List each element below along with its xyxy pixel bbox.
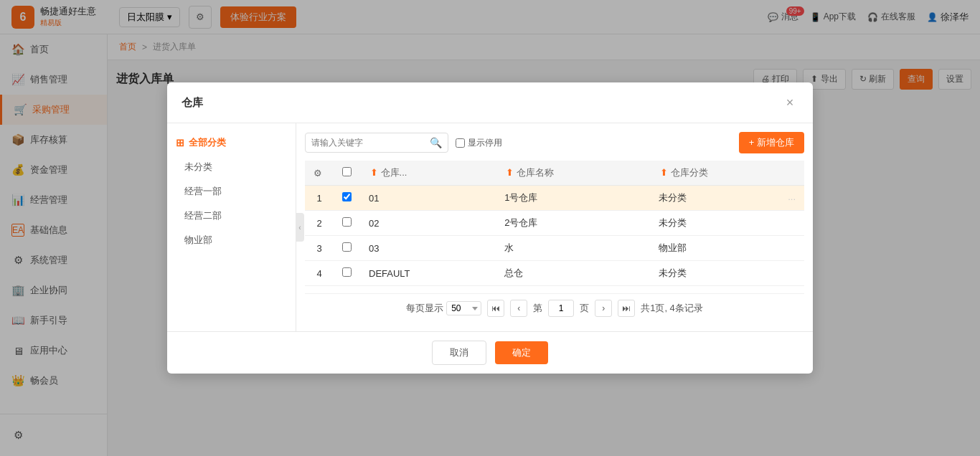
row-code: 03 [360,236,496,261]
page-unit: 页 [580,302,589,315]
row-code: 01 [360,186,496,211]
collapse-panel-button[interactable]: ‹ [296,213,304,242]
row-name: 2号仓库 [496,211,650,236]
search-input[interactable] [311,138,430,148]
page-label: 第 [533,302,542,315]
row-name: 水 [496,236,650,261]
modal-close-button[interactable]: × [781,94,798,111]
all-categories-item[interactable]: ⊞ 全部分类 [167,130,296,155]
row-category: 物业部 [650,236,804,261]
modal-header: 仓库 × [167,82,813,123]
row-checkbox[interactable] [342,217,352,227]
settings-icon: ⚙ [314,168,322,179]
per-page-dropdown[interactable]: 50 100 200 [446,301,481,315]
row-category: 未分类 [650,211,804,236]
select-all-checkbox[interactable] [342,167,352,176]
th-code: ⬆ 仓库... [360,161,496,186]
search-box: 🔍 [305,133,448,153]
table-panel: 🔍 显示停用 + 新增仓库 ⚙ [296,123,813,331]
warehouse-modal: 仓库 × ⊞ 全部分类 未分类 经营一部 经营二部 物业部 ‹ [167,82,813,374]
sort-icon-code: ⬆ [370,167,378,178]
th-name: ⬆ 仓库名称 [496,161,650,186]
row-checkbox-cell [334,236,360,261]
prev-page-button[interactable]: ‹ [510,300,527,317]
row-category: 未分类... [650,186,804,211]
table-header-row: ⚙ ⬆ 仓库... ⬆ 仓库名称 [305,161,804,186]
all-categories-label: 全部分类 [189,136,226,149]
show-disabled-label: 显示停用 [468,137,502,149]
show-disabled-toggle[interactable]: 显示停用 [456,137,502,149]
row-checkbox[interactable] [342,267,352,277]
per-page-label: 每页显示 [406,302,443,315]
row-checkbox[interactable] [342,192,352,201]
table-row[interactable]: 3 03 水 物业部 [305,236,804,261]
category-item-ops2[interactable]: 经营二部 [167,204,296,228]
page-number-input[interactable] [548,300,574,317]
modal-title: 仓库 [182,96,203,110]
row-checkbox-cell [334,261,360,286]
confirm-button[interactable]: 确定 [495,341,548,364]
row-num: 4 [305,261,334,286]
row-checkbox-cell [334,186,360,211]
row-name: 1号仓库 [496,186,650,211]
row-checkbox[interactable] [342,242,352,252]
add-warehouse-button[interactable]: + 新增仓库 [739,132,804,153]
row-num: 1 [305,186,334,211]
table-row[interactable]: 2 02 2号仓库 未分类 [305,211,804,236]
category-item-property[interactable]: 物业部 [167,228,296,252]
row-name: 总仓 [496,261,650,286]
last-page-button[interactable]: ⏭ [618,300,635,317]
row-num: 2 [305,211,334,236]
per-page-select: 每页显示 50 100 200 [406,301,481,315]
row-code: 02 [360,211,496,236]
category-panel: ⊞ 全部分类 未分类 经营一部 经营二部 物业部 ‹ [167,123,296,331]
modal-footer: 取消 确定 [167,331,813,374]
row-num: 3 [305,236,334,261]
grid-icon: ⊞ [176,137,184,148]
cancel-button[interactable]: 取消 [432,341,486,365]
th-settings: ⚙ [305,161,334,186]
category-item-unclassified[interactable]: 未分类 [167,155,296,179]
modal-body: ⊞ 全部分类 未分类 经营一部 经营二部 物业部 ‹ 🔍 [167,123,813,331]
table-row[interactable]: 1 01 1号仓库 未分类... [305,186,804,211]
sort-icon-category: ⬆ [660,167,668,178]
th-checkbox [334,161,360,186]
show-disabled-checkbox[interactable] [456,138,465,148]
row-category: 未分类 [650,261,804,286]
row-checkbox-cell [334,211,360,236]
modal-overlay: 仓库 × ⊞ 全部分类 未分类 经营一部 经营二部 物业部 ‹ [0,0,980,456]
next-page-button[interactable]: › [595,300,612,317]
th-category: ⬆ 仓库分类 [650,161,804,186]
table-toolbar: 🔍 显示停用 + 新增仓库 [305,132,804,153]
sort-icon-name: ⬆ [506,167,514,178]
first-page-button[interactable]: ⏮ [487,300,504,317]
row-code: DEFAULT [360,261,496,286]
search-icon[interactable]: 🔍 [430,137,442,148]
total-info: 共1页, 4条记录 [641,302,703,315]
table-row[interactable]: 4 DEFAULT 总仓 未分类 [305,261,804,286]
pagination: 每页显示 50 100 200 ⏮ ‹ 第 页 › ⏭ 共1页, 4条记录 [305,293,804,323]
category-item-ops1[interactable]: 经营一部 [167,179,296,204]
warehouse-table: ⚙ ⬆ 仓库... ⬆ 仓库名称 [305,161,804,286]
